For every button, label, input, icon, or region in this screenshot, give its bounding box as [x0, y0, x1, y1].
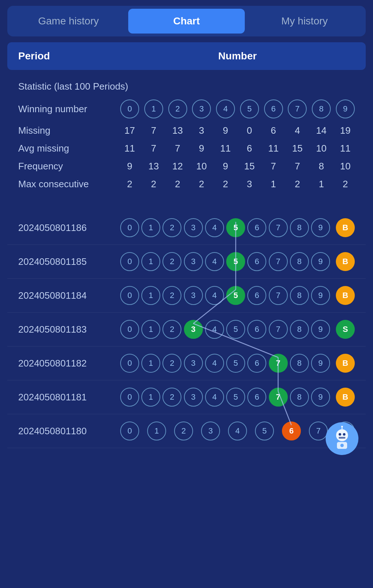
missing-3: 3 [192, 125, 211, 136]
missing-7: 4 [288, 125, 307, 136]
tab-game-history[interactable]: Game history [10, 9, 127, 34]
badge-1186: B [336, 218, 355, 237]
circle-1185-3: 3 [184, 252, 203, 271]
tab-chart[interactable]: Chart [128, 9, 245, 34]
circle-1185-8: 8 [290, 252, 309, 271]
win-circle-4: 4 [216, 99, 235, 118]
bot-avatar [326, 422, 358, 455]
circle-1180-2: 2 [174, 422, 193, 440]
table-header: Period Number [7, 42, 366, 70]
max-consecutive-label: Max consecutive [18, 179, 120, 190]
circle-1182-5: 5 [226, 354, 245, 373]
svg-point-0 [336, 429, 348, 441]
circle-1186-6: 6 [247, 218, 266, 237]
circle-1184-2: 2 [162, 286, 181, 305]
circle-1183-5: 5 [226, 320, 245, 339]
game-period-1182: 2024050801182 [18, 358, 120, 369]
circle-1180-3: 3 [201, 422, 220, 440]
svg-point-5 [341, 426, 343, 427]
circle-1181-1: 1 [141, 388, 160, 407]
circle-1181-6: 6 [247, 388, 266, 407]
missing-0: 17 [120, 125, 139, 136]
circle-1186-1: 1 [141, 218, 160, 237]
circle-1184-6: 6 [247, 286, 266, 305]
frequency-row: Frequency 9 13 12 10 9 15 7 7 8 10 [18, 161, 355, 172]
tab-my-history[interactable]: My history [246, 9, 363, 34]
circle-1184-9: 9 [311, 286, 330, 305]
circle-1186-8: 8 [290, 218, 309, 237]
game-numbers-1183: 0 1 2 3 4 5 6 7 8 9 [120, 320, 330, 339]
circle-1182-6: 6 [247, 354, 266, 373]
circle-1185-5: 5 [226, 252, 245, 271]
missing-1: 7 [144, 125, 163, 136]
circle-1181-8: 8 [290, 388, 309, 407]
winning-number-label: Winning number [18, 103, 120, 115]
game-numbers-1181: 0 1 2 3 4 5 6 7 8 9 [120, 388, 330, 407]
avg-missing-label: Avg missing [18, 143, 120, 154]
circle-1186-0: 0 [120, 218, 139, 237]
circle-1183-1: 1 [141, 320, 160, 339]
circle-1184-4: 4 [205, 286, 224, 305]
circle-1182-9: 9 [311, 354, 330, 373]
winning-number-row: Winning number 0 1 2 3 4 5 6 7 8 9 [18, 99, 355, 118]
number-header: Number [120, 50, 355, 62]
circle-1180-4: 4 [228, 422, 247, 440]
circle-1184-3: 3 [184, 286, 203, 305]
circle-1186-7: 7 [269, 218, 288, 237]
circle-1182-4: 4 [205, 354, 224, 373]
circle-1186-9: 9 [311, 218, 330, 237]
avg-missing-numbers: 11 7 7 9 11 6 11 15 10 11 [120, 143, 355, 154]
svg-rect-3 [339, 437, 346, 439]
win-circle-7: 7 [288, 99, 307, 118]
game-period-1186: 2024050801186 [18, 222, 120, 234]
missing-row: Missing 17 7 13 3 9 0 6 4 14 19 [18, 125, 355, 136]
circle-1181-2: 2 [162, 388, 181, 407]
circle-1183-4: 4 [205, 320, 224, 339]
circle-1183-0: 0 [120, 320, 139, 339]
circle-1184-7: 7 [269, 286, 288, 305]
stats-title: Statistic (last 100 Periods) [18, 81, 355, 92]
badge-1185: B [336, 252, 355, 271]
circle-1180-6: 6 [282, 422, 301, 440]
winning-circles: 0 1 2 3 4 5 6 7 8 9 [120, 99, 355, 118]
win-circle-9: 9 [336, 99, 355, 118]
circle-1185-1: 1 [141, 252, 160, 271]
circle-1184-0: 0 [120, 286, 139, 305]
bot-icon [329, 426, 355, 451]
win-circle-2: 2 [168, 99, 187, 118]
missing-5: 0 [240, 125, 259, 136]
game-row-1186: 2024050801186 0 1 2 3 4 5 6 7 8 9 B [7, 211, 366, 245]
game-row-1183: 2024050801183 0 1 2 3 4 5 6 7 8 9 S [7, 313, 366, 346]
circle-1182-8: 8 [290, 354, 309, 373]
game-period-1184: 2024050801184 [18, 290, 120, 301]
circle-1185-2: 2 [162, 252, 181, 271]
game-row-1181: 2024050801181 0 1 2 3 4 5 6 7 8 9 B [7, 380, 366, 414]
win-circle-0: 0 [120, 99, 139, 118]
max-consecutive-numbers: 2 2 2 2 2 3 1 2 1 2 [120, 179, 355, 190]
circle-1185-7: 7 [269, 252, 288, 271]
stats-section: Statistic (last 100 Periods) Winning num… [7, 74, 366, 204]
circle-1180-1: 1 [147, 422, 166, 440]
missing-6: 6 [264, 125, 283, 136]
frequency-numbers: 9 13 12 10 9 15 7 7 8 10 [120, 161, 355, 172]
circle-1185-9: 9 [311, 252, 330, 271]
circle-1183-3: 3 [184, 320, 203, 339]
missing-2: 13 [168, 125, 187, 136]
circle-1181-3: 3 [184, 388, 203, 407]
game-numbers-1182: 0 1 2 3 4 5 6 7 8 9 [120, 354, 330, 373]
game-period-1180: 2024050801180 [18, 426, 120, 437]
frequency-label: Frequency [18, 161, 120, 172]
game-row-1184: 2024050801184 0 1 2 3 4 5 6 7 8 9 B [7, 279, 366, 313]
circle-1186-5: 5 [226, 218, 245, 237]
svg-point-7 [340, 444, 343, 447]
circle-1183-6: 6 [247, 320, 266, 339]
game-period-1183: 2024050801183 [18, 324, 120, 335]
game-row-1180: 2024050801180 0 1 2 3 4 5 6 7 8 [7, 414, 366, 448]
circle-1185-0: 0 [120, 252, 139, 271]
circle-1186-4: 4 [205, 218, 224, 237]
win-circle-5: 5 [240, 99, 259, 118]
circle-1183-9: 9 [311, 320, 330, 339]
circle-1181-0: 0 [120, 388, 139, 407]
game-numbers-1180: 0 1 2 3 4 5 6 7 8 [120, 422, 355, 440]
circle-1181-9: 9 [311, 388, 330, 407]
